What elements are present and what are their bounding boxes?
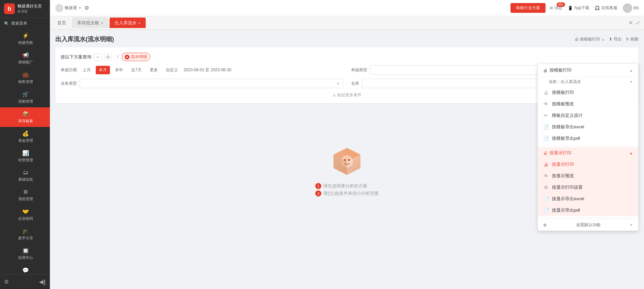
sales-icon: 💼 (22, 72, 29, 78)
dp-template-export-pdf-item[interactable]: 📄 按模板导出pdf (538, 133, 638, 144)
date-more-btn[interactable]: 更多 (147, 66, 161, 74)
basic-info-icon: 🗂 (23, 169, 28, 176)
empty-steps: 1 请先选择要分析的方案 2 用[过滤]条件来缩小分析范围 (315, 182, 378, 198)
tab-inout-flow[interactable]: 出入库流水 × (110, 18, 146, 28)
page-header: 出入库流水(流水明细) 🖨 按模板打印 ▲ ⬆ 导出 ↻ 刷新 (55, 35, 639, 43)
settings-icon[interactable]: ⚙ (4, 279, 9, 285)
dp-header-arrow[interactable]: ▲ (630, 69, 633, 72)
sidebar-item-basic-info[interactable]: 🗂 基础信息 (0, 166, 50, 185)
date-this-year-btn[interactable]: 本年 (112, 66, 126, 74)
dp-title-text: 按模板打印 (550, 67, 572, 73)
date-this-month-btn[interactable]: 本月 (96, 66, 110, 74)
sidebar-item-quick-nav[interactable]: ⚡ 快捷导航 (0, 29, 50, 49)
sidebar-item-system[interactable]: ⚙ 系统管理 (0, 185, 50, 205)
topbar-avatar-right[interactable]: Rit (623, 3, 639, 13)
dp-current: 当前：出入库流水 ▼ (538, 77, 638, 87)
dp-template-export-pdf-label: 按模板导出pdf (552, 135, 580, 141)
export-btn[interactable]: ⬆ 导出 (609, 36, 622, 42)
dp-display-print-settings-item[interactable]: ⚙ 按显示打印设置 (538, 182, 638, 193)
dp-template-custom-item[interactable]: ✏ 模板自定义设计 (538, 110, 638, 121)
dp-display-export-pdf-item[interactable]: 📄 按显示导出pdf (538, 205, 638, 216)
dp-footer[interactable]: ⚙ 设置默认功能 ▼ (538, 219, 638, 231)
sidebar-item-sales[interactable]: 💼 销售管理 (0, 68, 50, 88)
tab-home[interactable]: 首页 (53, 18, 71, 28)
user-name-right: Rit (634, 6, 639, 10)
date-custom-btn[interactable]: 自定义 (163, 66, 181, 74)
dp-display-section-arrow[interactable]: ▲ (630, 151, 633, 155)
app-name: 畅捷通好生意 (18, 4, 42, 9)
date-last-7days-btn[interactable]: 近7天 (128, 66, 145, 74)
business-type-select[interactable]: ▼ (80, 79, 343, 88)
dp-display-preview-item[interactable]: 👁 按显示预览 (538, 170, 638, 182)
online-service-label: 在线客服 (601, 5, 617, 11)
chevron-up-icon: ∧ (333, 93, 336, 98)
sidebar-item-label: 基础信息 (18, 177, 33, 182)
date-last-month-btn[interactable]: 上月 (80, 66, 94, 74)
guide-icon: 🎓 (22, 228, 29, 234)
dp-template-export-excel-item[interactable]: 📄 按模板导出excel (538, 121, 638, 133)
sidebar-item-inventory[interactable]: 📦 库存核算 (0, 107, 50, 127)
close-tab-icon[interactable]: ✕ (628, 20, 633, 26)
print-btn-label: 按模板打印 (580, 36, 600, 42)
tab-close-batch-account[interactable]: × (101, 21, 103, 25)
tabbar-right-icons: ✕ ⤢ (628, 20, 640, 26)
message-btn[interactable]: ✉ 消息 99+ (550, 5, 562, 11)
print-btn[interactable]: 🖨 按模板打印 ▲ (575, 36, 605, 42)
topbar-user[interactable]: 畅捷通 ▼ (55, 4, 82, 12)
tab-batch-account[interactable]: 库存批次账 × (72, 18, 108, 28)
printer-icon-t: 🖨 (543, 90, 549, 95)
app-download-label: App下载 (574, 5, 589, 11)
app-name-block: 畅捷通好生意 标准版 (18, 4, 42, 14)
tab-close-inout-flow[interactable]: × (139, 21, 141, 25)
dp-template-section: 🖨 按模板打印 👁 按模板预览 ✏ 模板自定义设计 📄 按模板导出excel 📄 (538, 87, 638, 144)
sidebar-item-guide[interactable]: 🎓 新手引导 (0, 225, 50, 244)
search-icon: 🔍 (4, 21, 9, 26)
sidebar-item-label: 快捷导航 (18, 40, 33, 45)
topbar-gear-icon[interactable]: ⚙ (84, 5, 89, 11)
sidebar-item-purchase[interactable]: 🛒 采购管理 (0, 88, 50, 107)
inventory-icon: 📦 (22, 111, 29, 117)
sidebar-item-finance[interactable]: 💰 资金管理 (0, 127, 50, 147)
dp-display-print-label: 按显示打印 (552, 161, 574, 167)
sidebar-item-app-center[interactable]: 🔲 应用中心 (0, 244, 50, 264)
wechat-icon: 💬 (22, 267, 29, 273)
app-download-btn[interactable]: 📱 App下载 (568, 5, 589, 11)
trial-btn[interactable]: 体验行业方案 (510, 3, 546, 13)
active-filter-tag[interactable]: ● 流水明细 (122, 53, 150, 61)
dp-template-print-item[interactable]: 🖨 按模板打印 (538, 87, 638, 98)
dp-display-export-excel-item[interactable]: 📄 按显示导出excel (538, 193, 638, 205)
dp-template-preview-item[interactable]: 👁 按模板预览 (538, 98, 638, 110)
dp-display-print-item[interactable]: 🖨 按显示打印 (538, 159, 638, 170)
print-dropdown-arrow[interactable]: ▲ (602, 37, 605, 41)
sidebar-item-label: 新手引导 (18, 236, 33, 241)
sidebar-item-operations[interactable]: 📊 经营管理 (0, 147, 50, 166)
empty-step-1-text: 请先选择要分析的方案 (323, 183, 367, 189)
refresh-icon: ↻ (626, 37, 629, 42)
date-range-display: 2023-06-01 至 2023-06-30 (184, 67, 231, 73)
step-1-num: 1 (315, 183, 321, 189)
sidebar-item-wechat[interactable]: 💬 企业微信 (0, 264, 50, 274)
filter-settings-button[interactable]: ⚙ (104, 53, 112, 61)
online-service-btn[interactable]: 🎧 在线客服 (595, 5, 617, 11)
sidebar-item-cooperation[interactable]: 🤝 企业协同 (0, 205, 50, 225)
dp-current-label: 当前：出入库流水 (549, 79, 581, 85)
step-2-num: 2 (315, 190, 321, 196)
message-badge: 99+ (557, 2, 565, 7)
maximize-icon[interactable]: ⤢ (636, 20, 640, 26)
sidebar-item-marketing[interactable]: 📢 营销推广 (0, 49, 50, 68)
sidebar-search[interactable]: 🔍 搜索菜单 (0, 18, 50, 29)
filter-title: 按以下方案查询 (61, 54, 91, 60)
filter-add-button[interactable]: + (94, 53, 101, 61)
date-label: 单据日期 (61, 67, 77, 73)
collapse-more-btn[interactable]: ∧ 收起更多条件 (333, 92, 361, 98)
phone-icon: 📱 (568, 6, 573, 10)
collapse-sidebar-icon[interactable]: ◀‖ (39, 279, 46, 285)
business-type-label: 业务类型 (61, 81, 77, 86)
cooperation-icon: 🤝 (22, 208, 29, 215)
refresh-btn[interactable]: ↻ 刷新 (626, 36, 639, 42)
edit-icon: ✏ (543, 113, 549, 118)
filter-collapse-left-icon[interactable]: 《 (114, 54, 119, 60)
dp-footer-arrow: ▼ (630, 223, 633, 227)
dp-template-custom-label: 模板自定义设计 (552, 112, 583, 119)
eye-icon: 👁 (543, 101, 549, 107)
